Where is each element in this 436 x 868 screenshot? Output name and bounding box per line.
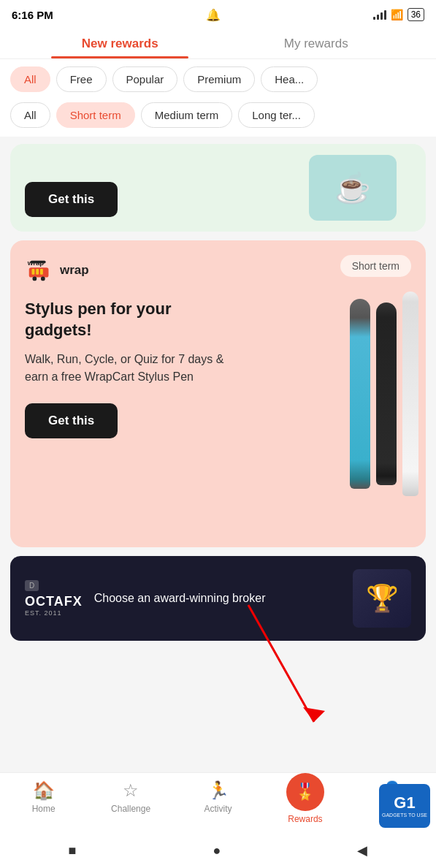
mug-icon: ☕: [309, 155, 397, 221]
filter-row-1: All Free Popular Premium Hea...: [0, 59, 436, 99]
nav-activity-label: Activity: [204, 804, 232, 814]
filter-short-term[interactable]: Short term: [56, 102, 135, 128]
pen-white: [402, 292, 418, 496]
wifi-icon: 📶: [391, 9, 403, 20]
status-time: 6:16 PM: [12, 9, 53, 21]
card-ad: D OCTAFX EST. 2011 Choose an award-winni…: [10, 556, 426, 641]
nav-challenge[interactable]: ☆ Challenge: [87, 777, 174, 827]
svg-point-7: [41, 277, 45, 281]
filter-all-2[interactable]: All: [10, 102, 50, 128]
notification-icon: 🔔: [206, 8, 221, 22]
recents-button[interactable]: ■: [69, 843, 77, 859]
pens-illustration: [272, 284, 418, 503]
filter-long-term[interactable]: Long ter...: [238, 102, 315, 128]
svg-rect-5: [40, 269, 43, 275]
filter-all[interactable]: All: [10, 66, 50, 92]
octafx-brand: OCTAFX: [25, 594, 83, 609]
nav-activity[interactable]: 🏃 Activity: [175, 777, 261, 827]
android-nav-bar: ■ ● ◀: [0, 833, 436, 868]
nav-rewards-label: Rewards: [288, 814, 322, 824]
signal-bars: [373, 9, 386, 20]
back-button[interactable]: ◀: [357, 842, 367, 859]
home-icon: 🏠: [33, 780, 55, 801]
filter-row-2: All Short term Medium term Long ter...: [0, 99, 436, 137]
card-2-description: Walk, Run, Cycle, or Quiz for 7 days & e…: [25, 351, 237, 386]
wrapcart-logo: wrap: [25, 255, 56, 286]
signal-bar-3: [380, 12, 383, 20]
tab-my-rewards[interactable]: My rewards: [218, 26, 415, 58]
svg-marker-9: [303, 707, 325, 722]
octafx-sub: EST. 2011: [25, 609, 62, 617]
pen-black: [376, 302, 397, 485]
challenge-icon: ☆: [123, 780, 139, 801]
battery-indicator: 36: [408, 8, 424, 21]
rewards-icon: 🎖️: [295, 783, 315, 802]
filter-health[interactable]: Hea...: [261, 66, 318, 92]
nav-home[interactable]: 🏠 Home: [0, 777, 87, 827]
svg-rect-3: [32, 269, 35, 275]
watermark-text: GADGETS TO USE: [382, 812, 427, 818]
status-icons: 📶 36: [373, 8, 424, 21]
card-2: wrap wrap Short term Stylus: [10, 240, 426, 547]
watermark: G1 GADGETS TO USE: [379, 784, 430, 828]
card-1: ☕ Get this: [10, 144, 426, 232]
signal-bar-1: [373, 17, 375, 20]
pen-blue: [350, 299, 370, 489]
nav-rewards[interactable]: 🎖️ Rewards: [261, 777, 348, 827]
activity-icon: 🏃: [207, 780, 229, 801]
svg-rect-4: [36, 269, 39, 275]
top-tabs: New rewards My rewards: [0, 26, 436, 59]
nav-home-label: Home: [32, 804, 56, 814]
tab-new-rewards[interactable]: New rewards: [22, 26, 218, 58]
brand-name: wrap: [60, 263, 89, 278]
filter-premium[interactable]: Premium: [183, 66, 255, 92]
signal-bar-4: [384, 10, 386, 20]
filter-popular[interactable]: Popular: [112, 66, 178, 92]
rewards-list: ☕ Get this wrap: [0, 137, 436, 648]
filter-medium-term[interactable]: Medium term: [141, 102, 233, 128]
svg-text:wrap: wrap: [27, 259, 44, 267]
ad-trophy: 🏆: [353, 569, 411, 628]
ad-text: Choose an award-winning broker: [94, 591, 341, 606]
card-ad-inner: D OCTAFX EST. 2011 Choose an award-winni…: [10, 556, 426, 641]
card-2-title: Stylus pen for your gadgets!: [25, 299, 237, 340]
card-1-image: ☕: [287, 144, 418, 232]
octafx-logo: D OCTAFX EST. 2011: [25, 580, 83, 617]
get-this-button-2[interactable]: Get this: [25, 403, 118, 438]
home-button[interactable]: ●: [213, 843, 221, 859]
nav-challenge-label: Challenge: [111, 804, 150, 814]
watermark-g: G1: [394, 793, 415, 812]
rewards-circle: 🎖️: [286, 773, 324, 811]
status-bar: 6:16 PM 🔔 📶 36: [0, 0, 436, 26]
filter-free[interactable]: Free: [56, 66, 107, 92]
bottom-navigation: 🏠 Home ☆ Challenge 🏃 Activity 🎖️ Rewards…: [0, 772, 436, 833]
short-term-badge: Short term: [340, 255, 411, 277]
svg-point-6: [33, 277, 37, 281]
ad-badge: D: [25, 580, 39, 591]
get-this-button-1[interactable]: Get this: [25, 182, 118, 217]
signal-bar-2: [377, 15, 379, 20]
